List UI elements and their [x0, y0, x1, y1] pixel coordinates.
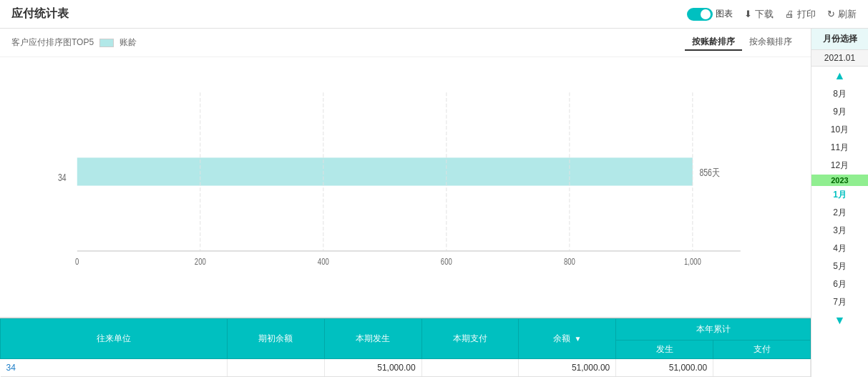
content-column: 客户应付排序图TOP5 账龄 按账龄排序 按余额排序 34 856天 [0, 29, 811, 377]
table-row: 34 51,000.00 51,000.00 51,000.00 [1, 359, 811, 377]
sidebar-up-arrow[interactable]: ▲ [811, 67, 868, 85]
table-wrapper: 往来单位 期初余额 本期发生 本期支付 余额 ▼ 本年累计 发生 [0, 318, 811, 377]
sidebar: 月份选择 2021.01 ▲ 8月 9月 10月 11月 12月 2023 1月… [811, 29, 868, 377]
sort-by-balance-button[interactable]: 按余额排序 [742, 34, 799, 51]
col-ytd-payment: 支付 [713, 341, 811, 359]
svg-text:856天: 856天 [699, 167, 719, 179]
sidebar-item-jun[interactable]: 6月 [811, 275, 868, 293]
svg-text:1,000: 1,000 [684, 257, 701, 267]
svg-text:0: 0 [75, 257, 79, 267]
svg-text:200: 200 [195, 257, 206, 267]
sidebar-item-jul[interactable]: 7月 [811, 293, 868, 311]
sidebar-item-may[interactable]: 5月 [811, 258, 868, 275]
refresh-button[interactable]: ↻ 刷新 [827, 8, 857, 21]
sidebar-current-date: 2021.01 [811, 50, 868, 67]
chart-svg: 34 856天 0 200 400 600 800 1,000 [43, 64, 768, 288]
sidebar-header: 月份选择 [811, 29, 868, 50]
chart-container: 34 856天 0 200 400 600 800 1,000 [0, 57, 811, 317]
legend-text: 账龄 [120, 36, 137, 49]
refresh-label: 刷新 [838, 8, 857, 21]
svg-text:400: 400 [318, 257, 329, 267]
unit-cell: 34 [1, 359, 228, 377]
chart-legend: 客户应付排序图TOP5 账龄 [11, 36, 137, 49]
legend-label: 客户应付排序图TOP5 [11, 36, 94, 49]
chart-sort: 按账龄排序 按余额排序 [685, 34, 799, 51]
col-current-payment: 本期支付 [421, 319, 519, 359]
sidebar-item-aug[interactable]: 8月 [811, 85, 868, 103]
chart-toggle-label: 图表 [716, 8, 733, 20]
chart-toggle-wrap[interactable]: 图表 [687, 8, 733, 21]
svg-text:34: 34 [58, 172, 67, 183]
current-payment-cell [421, 359, 519, 377]
col-opening-balance: 期初余额 [227, 319, 324, 359]
sidebar-nav: ▲ 8月 9月 10月 11月 12月 2023 1月 2月 3月 4月 5月 … [811, 67, 868, 377]
legend-box [99, 39, 114, 47]
sidebar-item-feb[interactable]: 2月 [811, 204, 868, 222]
svg-rect-1 [77, 157, 693, 185]
balance-filter-icon[interactable]: ▼ [575, 335, 582, 343]
header-actions: 图表 ⬇ 下载 🖨 打印 ↻ 刷新 [687, 8, 857, 21]
sort-by-amount-button[interactable]: 按账龄排序 [685, 34, 742, 51]
main-content: 客户应付排序图TOP5 账龄 按账龄排序 按余额排序 34 856天 [0, 29, 868, 377]
col-ytd: 本年累计 [616, 319, 811, 341]
sidebar-down-arrow[interactable]: ▼ [811, 311, 868, 330]
svg-text:800: 800 [564, 257, 575, 267]
page-title: 应付统计表 [11, 6, 69, 21]
sidebar-year-2023[interactable]: 2023 [811, 175, 868, 186]
svg-text:600: 600 [441, 257, 452, 267]
sidebar-item-nov[interactable]: 11月 [811, 139, 868, 157]
sidebar-item-mar[interactable]: 3月 [811, 222, 868, 240]
data-table: 往来单位 期初余额 本期发生 本期支付 余额 ▼ 本年累计 发生 [0, 318, 811, 377]
refresh-icon: ↻ [827, 9, 835, 19]
download-icon: ⬇ [744, 9, 752, 19]
print-button[interactable]: 🖨 打印 [785, 8, 816, 21]
table-area: 往来单位 期初余额 本期发生 本期支付 余额 ▼ 本年累计 发生 [0, 317, 811, 377]
ytd-payment-cell [713, 359, 811, 377]
sidebar-item-oct[interactable]: 10月 [811, 121, 868, 139]
chart-area: 客户应付排序图TOP5 账龄 按账龄排序 按余额排序 34 856天 [0, 29, 811, 317]
opening-balance-cell [227, 359, 324, 377]
unit-link[interactable]: 34 [6, 363, 16, 373]
sidebar-item-sep[interactable]: 9月 [811, 103, 868, 121]
col-current-occurrence: 本期发生 [324, 319, 421, 359]
balance-cell: 51,000.00 [519, 359, 616, 377]
print-icon: 🖨 [785, 9, 794, 19]
ytd-occurrence-cell: 51,000.00 [616, 359, 713, 377]
col-from-unit: 往来单位 [1, 319, 228, 359]
chart-toggle[interactable] [687, 8, 713, 21]
current-occurrence-cell: 51,000.00 [324, 359, 421, 377]
col-balance: 余额 ▼ [519, 319, 616, 359]
download-button[interactable]: ⬇ 下载 [744, 8, 774, 21]
sidebar-item-dec[interactable]: 12月 [811, 157, 868, 175]
page-header: 应付统计表 图表 ⬇ 下载 🖨 打印 ↻ 刷新 [0, 0, 868, 29]
sidebar-item-jan[interactable]: 1月 [811, 186, 868, 204]
sidebar-item-apr[interactable]: 4月 [811, 240, 868, 258]
print-label: 打印 [797, 8, 816, 21]
chart-header: 客户应付排序图TOP5 账龄 按账龄排序 按余额排序 [0, 29, 811, 57]
download-label: 下载 [755, 8, 774, 21]
col-ytd-occurrence: 发生 [616, 341, 713, 359]
